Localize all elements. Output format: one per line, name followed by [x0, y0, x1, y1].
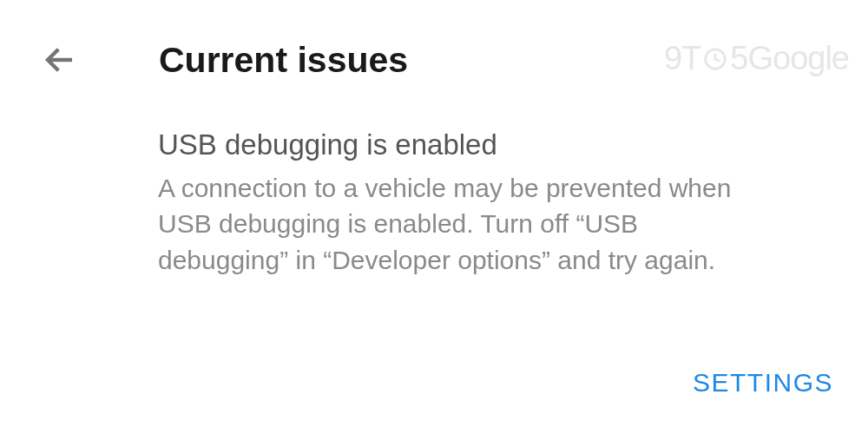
page-title: Current issues: [159, 40, 408, 81]
issue-title: USB debugging is enabled: [158, 128, 755, 161]
header-bar: Current issues 9T 5Google: [0, 0, 868, 85]
issue-content: USB debugging is enabled A connection to…: [0, 85, 755, 278]
settings-button[interactable]: SETTINGS: [693, 368, 833, 398]
actions-bar: SETTINGS: [693, 368, 833, 398]
clock-icon: [702, 46, 728, 72]
back-button[interactable]: [35, 35, 85, 85]
watermark: 9T 5Google: [664, 40, 849, 77]
watermark-text-before: 9T: [664, 40, 700, 77]
arrow-left-icon: [42, 42, 78, 78]
watermark-text-after: 5Google: [730, 40, 849, 77]
issue-description: A connection to a vehicle may be prevent…: [158, 170, 755, 278]
